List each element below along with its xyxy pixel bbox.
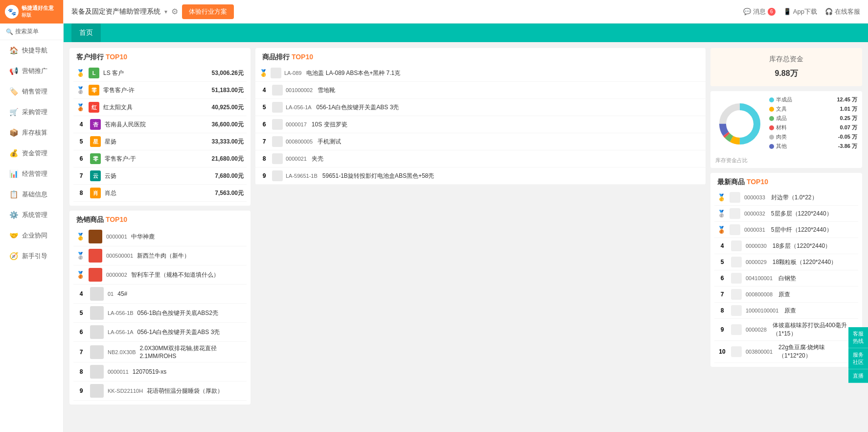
sidebar-item-system[interactable]: ⚙️ 系统管理	[0, 205, 63, 225]
medal-icon: 🥈	[76, 86, 85, 94]
list-item: 6 0000017 10S 变扭罗瓷	[255, 116, 706, 133]
sidebar-item-inventory[interactable]: 📦 库存核算	[0, 122, 63, 143]
legend-value: 0.07 万	[840, 124, 857, 131]
product-image	[731, 257, 742, 267]
sidebar-item-finance[interactable]: 💰 资金管理	[0, 143, 63, 164]
product-code: 003800001	[746, 349, 773, 355]
sales-icon: 🏷️	[9, 87, 18, 96]
float-btn-live[interactable]: 直播	[848, 369, 868, 383]
product-name: 18颗粒板（1220*2440）	[773, 258, 855, 266]
table-row: 6 零 零售客户-于 21,680.00元	[73, 150, 247, 168]
product-image	[90, 306, 104, 320]
gear-icon[interactable]: ⚙	[171, 7, 178, 16]
product-code: 001000002	[286, 87, 313, 93]
message-btn[interactable]: 💬 消息 6	[743, 7, 776, 16]
inventory-title: 库存总资金	[717, 55, 855, 64]
list-item: 4 0000030 18多层（1220*2440）	[714, 238, 858, 254]
legend-value: 12.45 万	[837, 96, 857, 103]
legend-label: 成品	[776, 115, 838, 122]
avatar: 星	[90, 136, 101, 147]
avatar: 零	[90, 153, 101, 164]
list-item: 🥈 000500001 新西兰牛肉（新牛）	[73, 246, 247, 265]
customer-value: 51,183.00元	[212, 86, 244, 95]
search-menu[interactable]: 🔍 搜索菜单	[0, 24, 63, 40]
rank-number: 5	[76, 310, 86, 316]
product-image	[730, 192, 740, 203]
marketing-icon: 📢	[9, 67, 18, 75]
sidebar-item-sales[interactable]: 🏷️ 销售管理	[0, 81, 63, 102]
legend-label: 其他	[776, 143, 836, 150]
rank-number: 6	[259, 121, 269, 128]
sidebar-item-guide[interactable]: 🧭 新手引导	[0, 246, 63, 266]
product-code: 0000033	[744, 194, 765, 200]
sidebar-item-basic-info[interactable]: 📋 基础信息	[0, 184, 63, 205]
product-code: 0000002	[106, 272, 127, 278]
medal-icon: 🥈	[717, 210, 726, 217]
nav-home[interactable]: 首页	[71, 24, 101, 42]
sidebar-item-quick-nav[interactable]: 🏠 快捷导航	[0, 40, 63, 61]
app-download-label: App下载	[793, 7, 817, 16]
topbar: 装备及固定资产辅助管理系统 ▾ ⚙ 体验行业方案 💬 消息 6 📱 App下载 …	[64, 0, 868, 24]
customer-value: 7,563.00元	[215, 189, 244, 197]
product-code: 0000032	[744, 211, 765, 216]
float-btn-service[interactable]: 客服热线	[848, 327, 868, 348]
product-image	[731, 240, 742, 251]
sidebar-item-label: 资金管理	[22, 149, 47, 158]
legend-value: -3.86 万	[838, 143, 857, 150]
list-item: 🥇 LA-089 电池盖 LA-089 ABS本色+黑种 7.1克	[255, 65, 706, 82]
rank-number: 6	[717, 275, 727, 282]
avatar: L	[89, 68, 99, 78]
sidebar-item-purchase[interactable]: 🛒 采购管理	[0, 102, 63, 122]
list-item: 🥈 0000032 5层多层（1220*2440）	[714, 206, 858, 222]
float-btn-community[interactable]: 服务社区	[848, 348, 868, 369]
legend-item: 半成品 12.45 万	[769, 96, 857, 103]
product-name: 封边带（1.0*22）	[771, 193, 855, 202]
online-service-btn[interactable]: 🎧 在线客服	[825, 7, 860, 16]
rank-number: 10	[717, 348, 727, 355]
right-column: 库存总资金 9.88万	[710, 48, 862, 426]
legend-item: 其他 -3.86 万	[769, 143, 857, 150]
medal-icon: 🥉	[76, 103, 85, 111]
rank-number: 7	[76, 349, 86, 356]
content-area: 客户排行 TOP10 🥇 L LS 客户 53,006.26元 🥈 零 零售客户…	[64, 42, 868, 432]
dropdown-icon[interactable]: ▾	[164, 8, 167, 15]
table-row: 🥈 零 零售客户-许 51,183.00元	[73, 82, 247, 99]
list-item: 9 LA-59651-1B 59651-1B旋转投影灯电池盒ABS黑色+58壳	[255, 168, 706, 185]
product-image	[272, 102, 283, 113]
product-name: 22g鱼豆腐·烧烤味（1*12*20）	[778, 343, 855, 360]
product-name: 花语萌恒温分腿睡袋（厚款）	[147, 387, 244, 395]
trial-button[interactable]: 体验行业方案	[182, 4, 234, 19]
customer-name: LS 客户	[103, 69, 208, 77]
product-image	[272, 136, 283, 147]
product-name: 夹壳	[312, 155, 702, 163]
msg-label: 消息	[753, 7, 766, 16]
app-download-btn[interactable]: 📱 App下载	[783, 7, 817, 16]
service-icon: 🎧	[825, 8, 833, 15]
legend-item: 肉类 -0.05 万	[769, 133, 857, 141]
product-code: LA-056-1A	[286, 104, 312, 110]
rank-number: 5	[717, 259, 727, 265]
operations-icon: 📊	[9, 169, 18, 178]
sidebar-item-operations[interactable]: 📊 经营管理	[0, 164, 63, 184]
legend-dot	[769, 107, 774, 112]
table-row: 4 杏 苍南县人民医院 36,600.00元	[73, 116, 247, 133]
product-code: 0000011	[108, 369, 129, 375]
product-name: 59651-1B旋转投影灯电池盒ABS黑色+58壳	[322, 172, 702, 180]
product-code: LA-056-1A	[108, 329, 134, 335]
product-code: LA-056-1B	[108, 310, 134, 316]
product-rank-title: 商品排行 TOP10	[255, 48, 706, 65]
page-nav: 首页	[64, 24, 868, 42]
product-code: LA-089	[284, 70, 301, 76]
customer-rank-badge: TOP10	[106, 53, 127, 61]
avatar: 云	[90, 170, 101, 181]
sidebar-item-coop[interactable]: 🤝 企业协同	[0, 225, 63, 246]
list-item: 5 0000029 18颗粒板（1220*2440）	[714, 254, 858, 270]
product-code: 004100001	[746, 275, 773, 281]
sidebar-item-marketing[interactable]: 📢 营销推广	[0, 61, 63, 81]
mid-column: 商品排行 TOP10 🥇 LA-089 电池盖 LA-089 ABS本色+黑种 …	[255, 48, 706, 426]
rank-number: 5	[76, 138, 86, 145]
legend-item: 成品 0.25 万	[769, 115, 857, 122]
basic-info-icon: 📋	[9, 190, 18, 199]
legend-dot	[769, 116, 774, 121]
product-code: LA-59651-1B	[286, 173, 318, 179]
